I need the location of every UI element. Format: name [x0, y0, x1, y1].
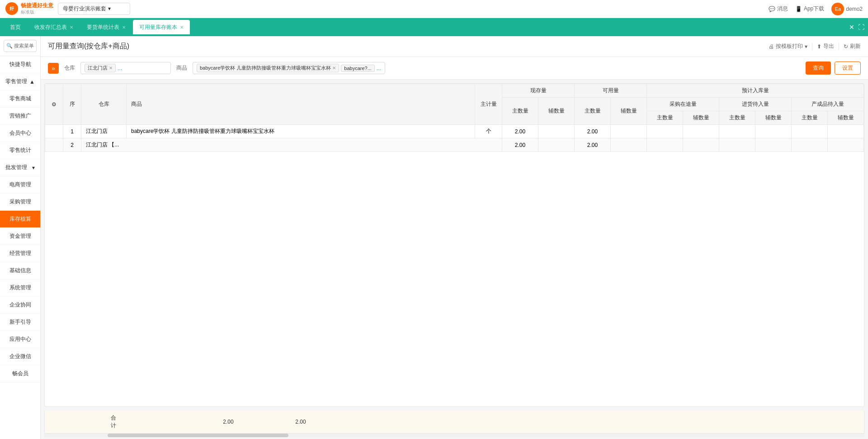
- main-layout: 🔍 搜索菜单 快捷导航 零售管理 ▲ 零售商城 营销推广 会员中心 零售统计 批…: [0, 36, 868, 439]
- tab-available-inventory[interactable]: 可用量库存账本 ✕: [133, 20, 190, 34]
- tab-available-inventory-close[interactable]: ✕: [180, 25, 184, 30]
- export-label: 导出: [823, 42, 834, 50]
- th-current-main: 主数量: [502, 98, 538, 125]
- sidebar-item-finance[interactable]: 资金管理: [0, 228, 40, 245]
- sidebar-item-retail[interactable]: 零售管理 ▲: [0, 73, 40, 90]
- th-production-main: 主数量: [792, 111, 828, 125]
- subtotal-available-main: 2.00: [575, 138, 611, 152]
- footer-current-main: 2.00: [210, 419, 246, 425]
- page-header: 可用量查询(按仓库+商品) 🖨 按模板打印 ▾ ⬆ 导出 ↻ 刷新: [41, 36, 868, 57]
- th-current-aux: 辅数量: [538, 98, 575, 125]
- sidebar-item-marketing[interactable]: 营销推广: [0, 108, 40, 125]
- row1-purchasing-main: [647, 125, 683, 138]
- tab-order-stats-close[interactable]: ✕: [122, 25, 126, 30]
- sidebar-purchase-label: 采购管理: [9, 198, 31, 206]
- product-filter-input[interactable]: babycare学饮杯 儿童防摔防撞吸管杯重力球吸嘴杯宝宝水杯 ✕ babyca…: [193, 62, 385, 74]
- th-incoming-main: 主数量: [719, 111, 755, 125]
- export-button[interactable]: ⬆ 导出: [817, 42, 834, 50]
- refresh-button[interactable]: ↻ 刷新: [844, 42, 861, 50]
- row1-production-main: [792, 125, 828, 138]
- user-action[interactable]: Ea demo2: [831, 3, 863, 15]
- subtotal-seq: 2: [63, 138, 81, 152]
- user-avatar: Ea: [831, 3, 844, 15]
- product-more-icon[interactable]: ...: [377, 65, 381, 71]
- sidebar-item-app-center[interactable]: 应用中心: [0, 331, 40, 348]
- row1-warehouse: 江北门店: [81, 125, 127, 138]
- sidebar-inventory-label: 库存核算: [9, 215, 31, 223]
- th-seq: 序: [63, 84, 81, 125]
- query-button[interactable]: 查询: [806, 61, 831, 75]
- tab-home[interactable]: 首页: [4, 20, 27, 34]
- sidebar-item-vip[interactable]: 畅会员: [0, 365, 40, 382]
- chevron-down-icon: ▾: [805, 43, 807, 50]
- page-header-actions: 🖨 按模板打印 ▾ ⬆ 导出 ↻ 刷新: [769, 42, 861, 56]
- logo-area: 好 畅捷通好生意 标准版: [5, 2, 53, 15]
- message-icon: 💬: [769, 6, 775, 12]
- industry-select[interactable]: 母婴行业演示账套 ▾: [58, 3, 130, 15]
- scrollbar-thumb[interactable]: [108, 434, 288, 437]
- th-incoming-aux: 辅数量: [755, 111, 792, 125]
- filter-actions: 查询 设置: [806, 61, 861, 75]
- username-label: demo2: [846, 6, 863, 12]
- horizontal-scrollbar[interactable]: [44, 434, 864, 437]
- sidebar-item-operations[interactable]: 经营管理: [0, 245, 40, 262]
- product-filter-tag-1-value: babycare学饮杯 儿童防摔防撞吸管杯重力球吸嘴杯宝宝水杯: [200, 65, 331, 71]
- tab-close-all-icon[interactable]: ✕: [849, 24, 854, 31]
- brand-info: 畅捷通好生意 标准版: [21, 2, 53, 15]
- sidebar-item-purchase[interactable]: 采购管理: [0, 194, 40, 211]
- tab-expand-icon[interactable]: ⛶: [858, 24, 864, 31]
- table-row: 1 江北门店 babycare学饮杯 儿童防摔防撞吸管杯重力球吸嘴杯宝宝水杯 个…: [45, 125, 864, 138]
- sidebar-item-retail-stats[interactable]: 零售统计: [0, 142, 40, 159]
- tab-home-label: 首页: [10, 24, 21, 31]
- warehouse-tag-close[interactable]: ✕: [109, 66, 113, 71]
- sidebar-item-quicknav[interactable]: 快捷导航: [0, 56, 40, 73]
- tab-receivables-close[interactable]: ✕: [70, 25, 73, 30]
- warehouse-filter-input[interactable]: 江北门店 ✕ ...: [80, 62, 171, 74]
- sidebar-item-system[interactable]: 系统管理: [0, 279, 40, 297]
- footer-available-main: 2.00: [283, 419, 319, 425]
- message-label: 消息: [777, 5, 788, 13]
- chevron-up-icon: ▲: [29, 79, 35, 85]
- sidebar-item-wholesale[interactable]: 批发管理 ▾: [0, 159, 40, 176]
- sidebar-item-enterprise-wechat[interactable]: 企业微信: [0, 348, 40, 365]
- tab-receivables[interactable]: 收发存汇总表 ✕: [28, 20, 80, 34]
- sidebar-item-enterprise[interactable]: 企业协同: [0, 297, 40, 314]
- table-wrap: ⚙ 序 仓库 商品 主计量: [44, 83, 864, 407]
- content-area: 可用量查询(按仓库+商品) 🖨 按模板打印 ▾ ⬆ 导出 ↻ 刷新: [41, 36, 868, 439]
- message-action[interactable]: 💬 消息: [769, 5, 788, 13]
- sidebar-basics-label: 基础信息: [9, 267, 31, 274]
- sidebar-search-label: 搜索菜单: [14, 42, 34, 49]
- subtotal-production-main: [792, 138, 828, 152]
- sidebar-search-button[interactable]: 🔍 搜索菜单: [4, 40, 37, 52]
- filter-toggle-button[interactable]: »: [48, 63, 59, 74]
- th-settings[interactable]: ⚙: [45, 84, 63, 125]
- sidebar-item-retail-mall[interactable]: 零售商城: [0, 90, 40, 108]
- th-incoming: 进货待入量: [719, 98, 792, 111]
- inventory-table: ⚙ 序 仓库 商品 主计量: [45, 84, 864, 152]
- sidebar-operations-label: 经营管理: [9, 250, 31, 257]
- subtotal-purchasing-aux: [683, 138, 719, 152]
- sidebar-item-inventory[interactable]: 库存核算: [0, 211, 40, 228]
- warehouse-filter-tag: 江北门店 ✕: [85, 64, 116, 72]
- sidebar-system-label: 系统管理: [9, 284, 31, 292]
- chevron-down-icon: ▾: [108, 5, 111, 12]
- sidebar-item-ecommerce[interactable]: 电商管理: [0, 176, 40, 194]
- product-tag-1-close[interactable]: ✕: [332, 66, 336, 71]
- table-footer: 合计 2.00 2.00: [44, 411, 864, 434]
- gear-icon: ⚙: [52, 101, 57, 108]
- sidebar-vip-label: 畅会员: [12, 370, 28, 378]
- sidebar-item-basics[interactable]: 基础信息: [0, 262, 40, 279]
- app-download-action[interactable]: 📱 App下载: [795, 5, 824, 13]
- template-print-button[interactable]: 🖨 按模板打印 ▾: [769, 42, 807, 50]
- row1-production-aux: [828, 125, 864, 138]
- settings-button[interactable]: 设置: [835, 61, 861, 75]
- subtotal-current-main: 2.00: [502, 138, 538, 152]
- tab-bar: 首页 收发存汇总表 ✕ 要货单统计表 ✕ 可用量库存账本 ✕ ✕ ⛶: [0, 18, 868, 36]
- warehouse-more-icon[interactable]: ...: [118, 65, 122, 71]
- sidebar-app-center-label: 应用中心: [9, 335, 31, 343]
- tab-order-stats[interactable]: 要货单统计表 ✕: [80, 20, 132, 34]
- tab-order-stats-label: 要货单统计表: [87, 24, 119, 31]
- sidebar-item-member[interactable]: 会员中心: [0, 125, 40, 142]
- row1-seq: 1: [63, 125, 81, 138]
- sidebar-item-new-guide[interactable]: 新手引导: [0, 314, 40, 331]
